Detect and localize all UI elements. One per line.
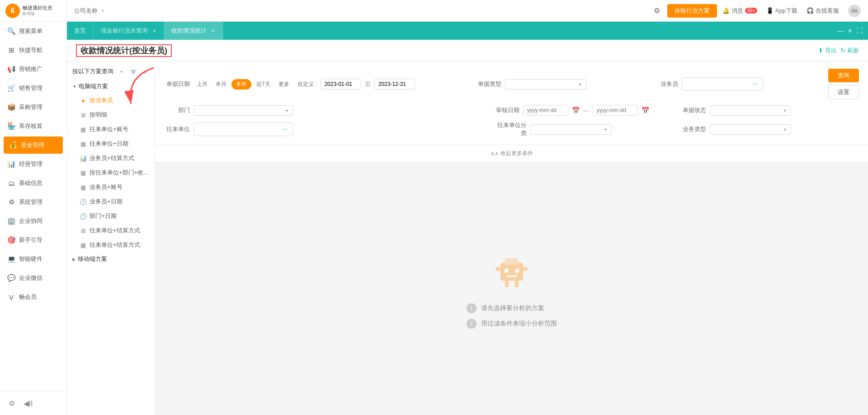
refresh-button[interactable]: ↻ 刷新 bbox=[840, 47, 859, 55]
user-avatar[interactable]: Rit bbox=[848, 5, 861, 17]
money-icon: 💰 bbox=[9, 141, 17, 149]
online-service-area[interactable]: 🎧 在线客服 bbox=[807, 7, 839, 15]
empty-state: 1 请先选择要分析的方案 2 用过滤条件来缩小分析范围 bbox=[156, 162, 868, 415]
sidebar-item-search[interactable]: 🔍 搜索菜单 bbox=[0, 22, 66, 41]
date-tab-custom[interactable]: 自定义 bbox=[294, 79, 317, 90]
minimize-icon[interactable]: — bbox=[837, 27, 844, 34]
date-tab-last-month[interactable]: 上月 bbox=[193, 79, 211, 90]
more-counterpart-icon[interactable]: ··· bbox=[282, 125, 288, 133]
tab-bank[interactable]: 现金银行流水查询 ✕ bbox=[94, 22, 164, 40]
tab-bank-close-icon[interactable]: ✕ bbox=[152, 28, 156, 34]
message-area[interactable]: 🔔 消息 99+ bbox=[722, 7, 757, 15]
sidebar-item-wechat[interactable]: 💬 企业微信 bbox=[0, 269, 66, 288]
empty-step-2: 2 用过滤条件来缩小分析范围 bbox=[467, 319, 557, 329]
logo-badge: 标准版 bbox=[23, 11, 52, 17]
counterpart-cat-select[interactable]: ▾ bbox=[530, 124, 612, 135]
salesman-select[interactable]: ··· bbox=[682, 77, 763, 91]
date-tab-more[interactable]: 更多 bbox=[275, 79, 292, 90]
tab-receipt-label: 收款情况统计 bbox=[171, 27, 207, 35]
empty-step-1: 1 请先选择要分析的方案 bbox=[467, 303, 557, 313]
sidebar-item-label: 搜索菜单 bbox=[19, 27, 42, 35]
app-download-area[interactable]: 📱 App下载 bbox=[766, 7, 797, 15]
scheme-item-counterpart-settle1[interactable]: ⊞ 往来单位+结算方式 bbox=[67, 223, 155, 238]
scheme-header-icons: + ⚙ « bbox=[117, 67, 150, 76]
settings-bottom-icon[interactable]: ⚙ bbox=[5, 397, 18, 410]
scheme-item-label: 业务员+账号 bbox=[90, 183, 123, 191]
gear-icon[interactable]: ⚙ bbox=[654, 6, 660, 15]
sidebar-item-system[interactable]: ⚙ 系统管理 bbox=[0, 193, 66, 212]
settings-button[interactable]: 设置 bbox=[828, 85, 859, 99]
sidebar-item-hardware[interactable]: 💻 智能硬件 bbox=[0, 250, 66, 269]
add-scheme-icon[interactable]: + bbox=[117, 67, 126, 76]
scheme-item-by-salesman[interactable]: ● 按业务员 bbox=[67, 93, 155, 108]
table4-scheme-icon: ▦ bbox=[80, 184, 87, 191]
scheme-settings-icon[interactable]: ⚙ bbox=[129, 67, 138, 76]
sidebar-item-label: 企业协同 bbox=[19, 217, 42, 225]
date-to-input[interactable] bbox=[374, 79, 415, 90]
business-type-label: 业务类型 bbox=[681, 125, 706, 133]
tab-receipt[interactable]: 收款情况统计 ✕ bbox=[164, 22, 223, 40]
dept-select[interactable]: ▾ bbox=[193, 105, 293, 116]
counterpart-select[interactable]: ··· bbox=[193, 123, 293, 136]
sidebar-item-operations[interactable]: 📊 经营管理 bbox=[0, 155, 66, 174]
sidebar-item-finance[interactable]: 💰 资金管理 bbox=[4, 137, 63, 154]
business-type-arrow-icon: ▾ bbox=[784, 127, 786, 132]
export-button[interactable]: ⬆ 导出 bbox=[818, 47, 837, 55]
scheme-panel: 按以下方案查询 + ⚙ « ▼ 电脑端方案 ● 按业务员 bbox=[67, 61, 156, 415]
logo-name: 畅捷通好生意 bbox=[23, 5, 52, 11]
scheme-item-salesman-date[interactable]: 🕐 业务员+日期 bbox=[67, 194, 155, 209]
sidebar-item-quicknav[interactable]: ⊞ 快捷导航 bbox=[0, 41, 66, 60]
app-download-label: App下载 bbox=[775, 7, 797, 15]
collapse-sidebar-icon[interactable]: ◀II bbox=[22, 397, 34, 410]
scheme-group-pc-title[interactable]: ▼ 电脑端方案 bbox=[67, 80, 155, 93]
tab-receipt-close-icon[interactable]: ✕ bbox=[211, 28, 215, 34]
page-header: 收款情况统计(按业务员) ⬆ 导出 ↻ 刷新 bbox=[67, 40, 868, 61]
collapse-bar[interactable]: ∧∧ 收起更多条件 bbox=[156, 145, 868, 162]
date-tab-this-year[interactable]: 本年 bbox=[231, 79, 251, 90]
svg-rect-8 bbox=[515, 281, 519, 288]
voucher-type-label: 单据类型 bbox=[476, 80, 501, 88]
voucher-type-select[interactable]: ▾ bbox=[505, 79, 586, 90]
review-date-to-input[interactable] bbox=[593, 105, 638, 116]
sidebar-item-guide[interactable]: 🎯 新手引导 bbox=[0, 231, 66, 250]
scheme-item-counterpart-settle2[interactable]: ▦ 往来单位+结算方式 bbox=[67, 238, 155, 252]
sidebar-item-marketing[interactable]: 📢 营销推广 bbox=[0, 60, 66, 79]
more-salesman-icon[interactable]: ··· bbox=[752, 80, 758, 88]
sidebar-item-inventory[interactable]: 🏪 库存核算 bbox=[0, 117, 66, 136]
date-tab-this-month[interactable]: 本月 bbox=[212, 79, 230, 90]
sidebar-item-enterprise[interactable]: 🏢 企业协同 bbox=[0, 212, 66, 231]
message-label: 消息 bbox=[731, 7, 743, 15]
review-date-from-input[interactable] bbox=[523, 105, 568, 116]
scheme-group-mobile-title[interactable]: ▶ 移动端方案 bbox=[67, 252, 155, 266]
breadcrumb: 公司名称 ▾ bbox=[74, 7, 648, 15]
filter-item-date: 单据日期 上月 本月 本年 近7天 更多 自定义 至 bbox=[165, 79, 467, 90]
clock2-scheme-icon: 🕐 bbox=[80, 212, 87, 220]
scheme-item-counterpart-account[interactable]: ▦ 往来单位+账号 bbox=[67, 122, 155, 137]
main-area: 公司名称 ▾ ⚙ 体验行业方案 🔔 消息 99+ 📱 App下载 🎧 在线客服 … bbox=[67, 0, 868, 415]
scheme-item-salesman-settle[interactable]: 📊 业务员+结算方式 bbox=[67, 151, 155, 165]
scheme-group-mobile: ▶ 移动端方案 bbox=[67, 252, 155, 266]
tab-home[interactable]: 首页 bbox=[67, 22, 94, 40]
sidebar-item-member[interactable]: V 畅会员 bbox=[0, 288, 66, 307]
scheme-collapse-icon[interactable]: « bbox=[141, 67, 150, 76]
svg-rect-6 bbox=[523, 267, 528, 271]
scheme-item-dept-date[interactable]: 🕐 部门+日期 bbox=[67, 209, 155, 223]
query-button[interactable]: 查询 bbox=[828, 69, 859, 82]
sidebar-item-sales[interactable]: 🛒 销售管理 bbox=[0, 79, 66, 98]
scheme-item-by-detail[interactable]: ⊞ 按明细 bbox=[67, 108, 155, 122]
voucher-status-select[interactable]: ▾ bbox=[710, 105, 791, 116]
date-tab-7days[interactable]: 近7天 bbox=[253, 79, 274, 90]
sidebar-item-label: 营销推广 bbox=[19, 65, 42, 73]
chevron-up-icon: ∧∧ bbox=[491, 151, 499, 157]
scheme-item-counterpart-dept[interactable]: ▦ 按往来单位+部门+收... bbox=[67, 165, 155, 180]
sidebar-item-purchase[interactable]: 📦 采购管理 bbox=[0, 98, 66, 117]
date-from-input[interactable] bbox=[321, 79, 361, 90]
trial-button[interactable]: 体验行业方案 bbox=[667, 4, 717, 18]
maximize-icon[interactable]: ⛶ bbox=[856, 27, 863, 34]
svg-rect-4 bbox=[506, 275, 517, 277]
close-window-icon[interactable]: ✕ bbox=[847, 27, 853, 34]
scheme-item-counterpart-date[interactable]: ▦ 往来单位+日期 bbox=[67, 137, 155, 151]
business-type-select[interactable]: ▾ bbox=[710, 124, 791, 135]
scheme-item-salesman-account[interactable]: ▦ 业务员+账号 bbox=[67, 180, 155, 194]
sidebar-item-basic[interactable]: 🗂 基础信息 bbox=[0, 174, 66, 193]
